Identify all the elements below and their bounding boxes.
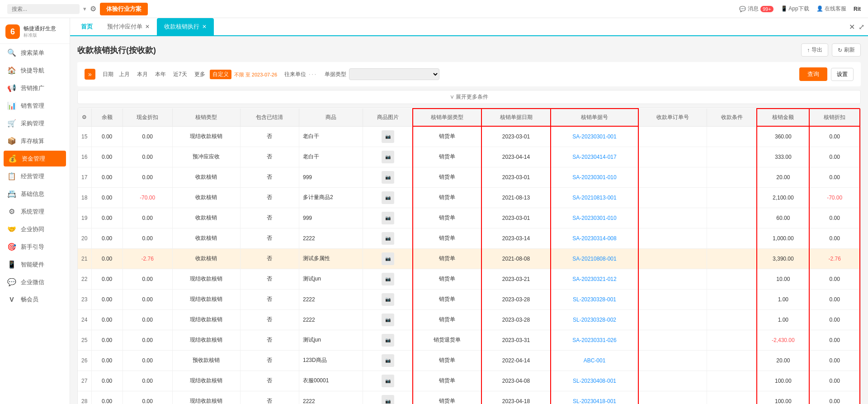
date-btn-this-year[interactable]: 本年 [152,70,169,79]
sidebar-item-search[interactable]: 🔍 搜索菜单 [0,44,70,62]
guide-icon: 🎯 [7,242,16,251]
refresh-button[interactable]: ↻ 刷新 [832,43,861,57]
date-btn-this-month[interactable]: 本月 [134,70,151,79]
row-verify-bill-no[interactable]: SA-20230301-001 [551,126,639,147]
row-verify-discount: 0.00 [809,391,860,404]
app-name: 畅捷通好生意 [24,25,56,33]
row-no: 18 [78,187,91,208]
row-verify-bill-no[interactable]: SA-20230321-012 [551,269,639,289]
basic-info-icon: 📇 [7,190,16,198]
header-actions: ↑ 导出 ↻ 刷新 [801,43,861,57]
sidebar-item-wechat[interactable]: 💬 企业微信 [0,273,70,291]
single-type-select[interactable] [349,68,439,80]
industry-btn[interactable]: 体验行业方案 [100,3,148,15]
sidebar-item-guide[interactable]: 🎯 新手引导 [0,238,70,256]
row-cash-discount: 0.00 [123,167,172,187]
row-verify-amount: 333.00 [757,147,809,167]
tab-prepay[interactable]: 预付冲应付单 ✕ [100,18,157,35]
date-btn-more[interactable]: 更多 [192,70,208,79]
settings-button[interactable]: 设置 [831,68,854,81]
row-no: 25 [78,330,91,350]
row-no: 23 [78,289,91,309]
row-verify-bill-type: 销货单 [413,167,481,187]
tab-home[interactable]: 首页 [74,18,100,35]
row-verify-bill-no[interactable]: SA-20210813-001 [551,187,639,208]
app-version: 标准版 [24,32,56,38]
row-include-settled: 否 [240,187,299,208]
sidebar-item-finance[interactable]: 💰 资金管理 [4,151,66,166]
table-row: 28 0.00 0.00 现结收款核销 否 2222 📷 销货单 2023-04… [78,391,860,404]
marketing-icon: 📢 [7,84,16,92]
row-verify-bill-no[interactable]: SA-20230301-010 [551,167,639,187]
sidebar-item-operations[interactable]: 📋 经营管理 [0,167,70,185]
row-verify-bill-no[interactable]: SL-20230408-001 [551,371,639,391]
gear-icon[interactable]: ⚙ [90,5,96,13]
row-verify-bill-no[interactable]: SL-20230328-001 [551,289,639,309]
row-verify-bill-no[interactable]: SA-20230314-008 [551,228,639,248]
sidebar-item-enterprise[interactable]: 🤝 企业协同 [0,220,70,238]
th-cash-discount: 现金折扣 [123,109,172,126]
table-row: 23 0.00 0.00 现结收款核销 否 2222 📷 销货单 2023-03… [78,289,860,309]
row-verify-type: 现结收款核销 [172,330,240,350]
sidebar-item-navigation[interactable]: 🏠 快捷导航 [0,62,70,79]
row-verify-type: 现结收款核销 [172,309,240,330]
sidebar-item-sales[interactable]: 📊 销售管理 [0,97,70,114]
row-balance: 0.00 [91,350,123,371]
sidebar-item-system[interactable]: ⚙ 系统管理 [0,203,70,220]
row-verify-bill-no[interactable]: SL-20230328-002 [551,309,639,330]
sidebar-item-marketing[interactable]: 📢 营销推广 [0,79,70,97]
th-settings[interactable]: ⚙ [78,109,91,126]
row-verify-amount: 100.00 [757,391,809,404]
row-verify-bill-no[interactable]: ABC-001 [551,350,639,371]
export-button[interactable]: ↑ 导出 [801,43,828,57]
date-btn-last-month[interactable]: 上月 [116,70,132,79]
row-verify-bill-type: 销货单 [413,309,481,330]
tab-prepay-close[interactable]: ✕ [145,24,150,30]
th-verify-bill-no: 核销单据号 [551,109,639,126]
sidebar-item-purchase[interactable]: 🛒 采购管理 [0,114,70,132]
row-receipt-condition [707,309,757,330]
table-header-row: ⚙ 余额 现金折扣 核销类型 包含已结清 商品 商品图片 核销单据类型 核销单据… [78,109,860,126]
row-verify-discount: 0.00 [809,167,860,187]
row-verify-bill-no[interactable]: SL-20230418-001 [551,391,639,404]
row-verify-discount: 0.00 [809,350,860,371]
date-btn-custom[interactable]: 自定义 [210,70,231,79]
single-type-filter-group: 单据类型 [325,68,439,80]
filter-expand-button[interactable]: » [85,69,95,80]
purchase-icon: 🛒 [7,119,16,128]
row-cash-discount: 0.00 [123,391,172,404]
row-verify-bill-type: 销货单 [413,208,481,228]
online-service-link[interactable]: 👤 在线客服 [816,5,846,13]
row-verify-discount: 0.00 [809,309,860,330]
tab-verify-close[interactable]: ✕ [202,24,207,30]
sidebar-item-basic-info[interactable]: 📇 基础信息 [0,185,70,203]
top-search-input[interactable] [7,4,80,14]
table-row: 26 0.00 0.00 预收款核销 否 123D商品 📷 销货单 2022-0… [78,350,860,371]
row-goods: 999 [299,208,363,228]
sidebar-item-inventory[interactable]: 📦 库存核算 [0,132,70,150]
row-verify-bill-no[interactable]: SA-20230301-010 [551,208,639,228]
row-goods: 123D商品 [299,350,363,371]
row-verify-bill-no[interactable]: SA-20230331-026 [551,330,639,350]
row-verify-discount: 0.00 [809,269,860,289]
search-icon: 🔍 [7,48,16,57]
expand-more-conditions[interactable]: ∨ 展开更多条件 [77,90,861,104]
row-verify-discount: 0.00 [809,330,860,350]
row-verify-bill-no[interactable]: SA-20210808-001 [551,248,639,269]
sidebar-item-hardware[interactable]: 📱 智能硬件 [0,256,70,273]
query-button[interactable]: 查询 [799,67,827,81]
row-verify-bill-no[interactable]: SA-20230414-017 [551,147,639,167]
chevron-down-icon[interactable]: ▾ [83,5,86,12]
row-verify-bill-date: 2023-04-18 [481,391,550,404]
sidebar-item-label: 快捷导航 [21,67,44,75]
message-area[interactable]: 💬 消息 99+ [739,5,774,13]
tab-verify[interactable]: 收款核销执行 ✕ [157,18,214,35]
tab-close-all-icon[interactable]: ✕ [849,23,855,31]
tab-expand-icon[interactable]: ⤢ [859,23,864,31]
goods-img-cell: 📷 [363,330,413,350]
row-goods: 2222 [299,309,363,330]
app-download-link[interactable]: 📱 App下载 [781,5,809,13]
table-row: 20 0.00 0.00 收款核销 否 2222 📷 销货单 2023-03-1… [78,228,860,248]
date-btn-7days[interactable]: 近7天 [170,70,190,79]
sidebar-item-member[interactable]: V 畅会员 [0,291,70,308]
